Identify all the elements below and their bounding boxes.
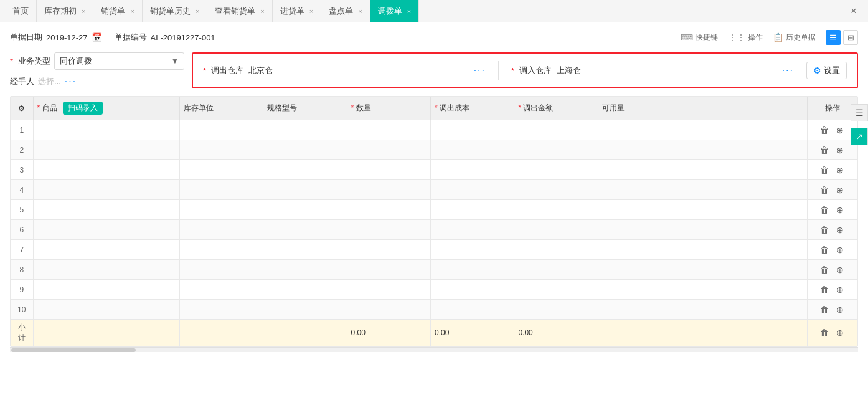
tab-close-purchase-order[interactable]: × <box>309 7 313 15</box>
row-spec-cell[interactable] <box>263 140 347 160</box>
tab-close-inventory-check[interactable]: × <box>358 7 362 15</box>
row-amount-cell[interactable] <box>514 180 598 200</box>
row-goods-cell[interactable] <box>33 220 179 240</box>
row-goods-cell[interactable] <box>33 280 179 300</box>
view-grid-btn[interactable]: ⊞ <box>843 30 858 45</box>
row-copy-icon[interactable]: ⊕ <box>833 123 847 137</box>
tab-inventory-check[interactable]: 盘点单 × <box>321 0 370 22</box>
row-cost-cell[interactable] <box>431 240 514 260</box>
row-amount-cell[interactable] <box>514 120 598 140</box>
person-more-icon[interactable]: ··· <box>65 76 77 87</box>
row-delete-icon[interactable]: 🗑 <box>818 163 831 177</box>
side-link-btn[interactable]: ↗ <box>851 128 868 145</box>
row-copy-icon[interactable]: ⊕ <box>833 163 847 177</box>
row-qty-cell[interactable] <box>347 280 430 300</box>
row-goods-cell[interactable] <box>33 240 179 260</box>
row-copy-icon[interactable]: ⊕ <box>833 303 847 316</box>
row-available-cell[interactable] <box>598 260 807 280</box>
scroll-thumb[interactable] <box>11 348 136 352</box>
row-delete-icon[interactable]: 🗑 <box>818 303 831 316</box>
tab-bar-close-btn[interactable]: × <box>844 2 863 21</box>
row-copy-icon[interactable]: ⊕ <box>833 243 847 257</box>
row-cost-cell[interactable] <box>431 220 514 240</box>
row-unit-cell[interactable] <box>179 140 263 160</box>
row-spec-cell[interactable] <box>263 120 347 140</box>
row-copy-icon[interactable]: ⊕ <box>833 263 847 277</box>
row-available-cell[interactable] <box>598 120 807 140</box>
business-type-select[interactable]: 同价调拨 ▼ <box>54 52 184 70</box>
row-available-cell[interactable] <box>598 280 807 300</box>
tab-inventory-init[interactable]: 库存期初 × <box>37 0 93 22</box>
row-cost-cell[interactable] <box>431 120 514 140</box>
row-amount-cell[interactable] <box>514 300 598 320</box>
scan-entry-btn[interactable]: 扫码录入 <box>63 102 103 115</box>
row-qty-cell[interactable] <box>347 300 430 320</box>
row-available-cell[interactable] <box>598 240 807 260</box>
row-delete-icon[interactable]: 🗑 <box>818 143 831 157</box>
row-cost-cell[interactable] <box>431 300 514 320</box>
row-available-cell[interactable] <box>598 160 807 180</box>
tab-view-sales[interactable]: 查看销货单 × <box>207 0 272 22</box>
row-delete-icon[interactable]: 🗑 <box>818 123 831 137</box>
row-delete-icon[interactable]: 🗑 <box>818 203 831 217</box>
row-cost-cell[interactable] <box>431 280 514 300</box>
tab-close-inventory-init[interactable]: × <box>82 7 85 15</box>
row-available-cell[interactable] <box>598 140 807 160</box>
row-available-cell[interactable] <box>598 180 807 200</box>
row-qty-cell[interactable] <box>347 120 430 140</box>
row-amount-cell[interactable] <box>514 280 598 300</box>
row-unit-cell[interactable] <box>179 200 263 220</box>
person-select[interactable]: 选择... <box>38 76 61 87</box>
row-goods-cell[interactable] <box>33 160 179 180</box>
row-cost-cell[interactable] <box>431 180 514 200</box>
row-spec-cell[interactable] <box>263 260 347 280</box>
row-qty-cell[interactable] <box>347 260 430 280</box>
warehouse-out-value[interactable]: 北京仓 <box>248 65 273 76</box>
row-amount-cell[interactable] <box>514 200 598 220</box>
row-cost-cell[interactable] <box>431 260 514 280</box>
row-spec-cell[interactable] <box>263 220 347 240</box>
row-unit-cell[interactable] <box>179 160 263 180</box>
history-btn[interactable]: 📋 历史单据 <box>773 32 816 43</box>
tab-sales-history[interactable]: 销货单历史 × <box>143 0 207 22</box>
row-qty-cell[interactable] <box>347 160 430 180</box>
row-unit-cell[interactable] <box>179 180 263 200</box>
row-goods-cell[interactable] <box>33 120 179 140</box>
row-unit-cell[interactable] <box>179 240 263 260</box>
row-goods-cell[interactable] <box>33 140 179 160</box>
row-unit-cell[interactable] <box>179 300 263 320</box>
row-copy-icon[interactable]: ⊕ <box>833 223 847 237</box>
operation-btn[interactable]: ⋮⋮ 操作 <box>728 32 763 43</box>
row-available-cell[interactable] <box>598 300 807 320</box>
tab-close-view-sales[interactable]: × <box>260 7 264 15</box>
calendar-icon[interactable]: 📅 <box>92 32 102 42</box>
row-qty-cell[interactable] <box>347 180 430 200</box>
row-goods-cell[interactable] <box>33 180 179 200</box>
warehouse-in-more-icon[interactable]: ··· <box>782 65 794 76</box>
row-cost-cell[interactable] <box>431 200 514 220</box>
row-unit-cell[interactable] <box>179 280 263 300</box>
row-delete-icon[interactable]: 🗑 <box>818 243 831 257</box>
row-spec-cell[interactable] <box>263 240 347 260</box>
row-copy-icon[interactable]: ⊕ <box>833 183 847 197</box>
tab-close-transfer-order[interactable]: × <box>407 7 411 15</box>
row-unit-cell[interactable] <box>179 220 263 240</box>
row-copy-icon[interactable]: ⊕ <box>833 143 847 157</box>
row-delete-icon[interactable]: 🗑 <box>818 326 831 340</box>
row-unit-cell[interactable] <box>179 120 263 140</box>
row-delete-icon[interactable]: 🗑 <box>818 283 831 297</box>
warehouse-in-value[interactable]: 上海仓 <box>557 65 581 76</box>
row-amount-cell[interactable] <box>514 240 598 260</box>
tab-close-sales-history[interactable]: × <box>196 7 199 15</box>
row-amount-cell[interactable] <box>514 260 598 280</box>
row-delete-icon[interactable]: 🗑 <box>818 263 831 277</box>
view-list-btn[interactable]: ☰ <box>826 30 841 45</box>
row-cost-cell[interactable] <box>431 140 514 160</box>
row-amount-cell[interactable] <box>514 160 598 180</box>
row-delete-icon[interactable]: 🗑 <box>818 183 831 197</box>
settings-button[interactable]: ⚙ 设置 <box>806 62 847 79</box>
row-copy-icon[interactable]: ⊕ <box>833 283 847 297</box>
table-settings-icon[interactable]: ⚙ <box>18 104 25 113</box>
col-settings[interactable]: ⚙ <box>11 97 33 120</box>
row-spec-cell[interactable] <box>263 300 347 320</box>
